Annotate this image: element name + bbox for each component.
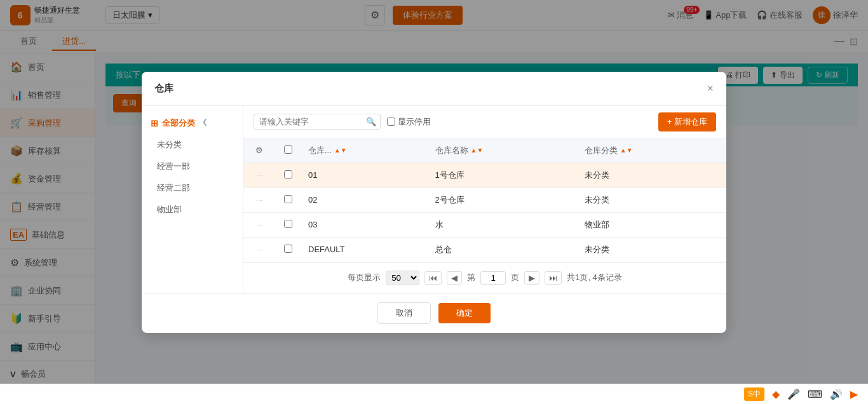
modal-overlay: 仓库 × ⊞ 全部分类 《 未分类 经营一部 经营二部 物业部 bbox=[0, 0, 868, 404]
row-checkbox-cell bbox=[275, 212, 301, 237]
row-name: 1号仓库 bbox=[428, 163, 577, 187]
row-category: 未分类 bbox=[577, 163, 726, 187]
bottom-diamond-icon[interactable]: ◆ bbox=[772, 388, 780, 400]
category-item-ops2[interactable]: 经营二部 bbox=[142, 177, 243, 199]
row-checkbox[interactable] bbox=[284, 170, 292, 178]
sort-name-icon: ▲▼ bbox=[471, 147, 484, 154]
pagination: 每页显示 50 100 ⏮ ◀ 第 页 ▶ ⏭ 共1页, 4条记录 bbox=[243, 262, 726, 293]
bottom-keyboard-icon[interactable]: ⌨ bbox=[808, 388, 822, 400]
page-prev-button[interactable]: ◀ bbox=[447, 271, 462, 285]
row-category: 未分类 bbox=[577, 237, 726, 262]
row-code: 01 bbox=[301, 163, 428, 187]
dialog-category-sidebar: ⊞ 全部分类 《 未分类 经营一部 经营二部 物业部 bbox=[142, 106, 243, 293]
category-item-property[interactable]: 物业部 bbox=[142, 199, 243, 220]
page-number-input[interactable] bbox=[480, 271, 506, 285]
row-actions[interactable]: ··· bbox=[243, 187, 275, 212]
search-input[interactable] bbox=[259, 117, 366, 126]
row-category: 未分类 bbox=[577, 187, 726, 212]
row-code: 02 bbox=[301, 187, 428, 212]
total-records: 共1页, 4条记录 bbox=[567, 272, 622, 283]
search-icon[interactable]: 🔍 bbox=[366, 117, 376, 126]
add-warehouse-button[interactable]: + 新增仓库 bbox=[658, 112, 716, 131]
cancel-button[interactable]: 取消 bbox=[377, 302, 431, 324]
search-box: 🔍 bbox=[254, 114, 381, 130]
collapse-icon[interactable]: 《 bbox=[199, 118, 207, 128]
page-first-button[interactable]: ⏮ bbox=[424, 271, 442, 285]
row-actions[interactable]: ··· bbox=[243, 163, 275, 187]
grid-icon: ⊞ bbox=[151, 118, 158, 128]
dialog-main: 🔍 显示停用 + 新增仓库 ⚙ bbox=[243, 106, 726, 293]
page-label: 第 bbox=[467, 272, 475, 283]
row-checkbox-cell bbox=[275, 163, 301, 187]
table-row[interactable]: ··· 01 1号仓库 未分类 bbox=[243, 163, 726, 187]
select-all-checkbox[interactable] bbox=[284, 145, 292, 154]
row-actions[interactable]: ··· bbox=[243, 212, 275, 237]
bottom-mic-icon[interactable]: 🎤 bbox=[787, 388, 800, 400]
row-checkbox-cell bbox=[275, 187, 301, 212]
confirm-button[interactable]: 确定 bbox=[438, 303, 491, 323]
col-header-check bbox=[275, 138, 301, 163]
dialog-close-button[interactable]: × bbox=[707, 82, 714, 95]
table-row[interactable]: ··· DEFAULT 总仓 未分类 bbox=[243, 237, 726, 262]
category-all-label: 全部分类 bbox=[162, 118, 195, 129]
row-name: 总仓 bbox=[428, 237, 577, 262]
warehouse-table: ⚙ 仓库... ▲▼ 仓库名称 bbox=[243, 138, 726, 262]
row-actions[interactable]: ··· bbox=[243, 237, 275, 262]
row-checkbox[interactable] bbox=[284, 195, 292, 203]
row-category: 物业部 bbox=[577, 212, 726, 237]
category-item-ops1[interactable]: 经营一部 bbox=[142, 156, 243, 177]
row-name: 水 bbox=[428, 212, 577, 237]
row-code: 03 bbox=[301, 212, 428, 237]
dialog-title: 仓库 bbox=[154, 83, 173, 95]
per-page-select[interactable]: 50 100 bbox=[386, 271, 419, 285]
show-disabled-checkbox[interactable]: 显示停用 bbox=[387, 116, 431, 128]
table-row[interactable]: ··· 03 水 物业部 bbox=[243, 212, 726, 237]
row-name: 2号仓库 bbox=[428, 187, 577, 212]
page-label2: 页 bbox=[511, 272, 519, 283]
col-header-name[interactable]: 仓库名称 ▲▼ bbox=[428, 138, 577, 163]
row-checkbox[interactable] bbox=[284, 220, 292, 228]
row-checkbox[interactable] bbox=[284, 245, 292, 253]
col-header-category[interactable]: 仓库分类 ▲▼ bbox=[577, 138, 726, 163]
warehouse-dialog: 仓库 × ⊞ 全部分类 《 未分类 经营一部 经营二部 物业部 bbox=[142, 72, 726, 333]
bottom-arrow-icon[interactable]: ▶ bbox=[850, 388, 858, 400]
dialog-footer: 取消 确定 bbox=[142, 293, 726, 333]
sort-cat-icon: ▲▼ bbox=[620, 147, 633, 154]
dialog-body: ⊞ 全部分类 《 未分类 经营一部 经营二部 物业部 🔍 bbox=[142, 106, 726, 293]
per-page-label: 每页显示 bbox=[348, 272, 381, 283]
category-item-unclassified[interactable]: 未分类 bbox=[142, 134, 243, 156]
row-checkbox-cell bbox=[275, 237, 301, 262]
dialog-header: 仓库 × bbox=[142, 72, 726, 106]
show-disabled-check[interactable] bbox=[387, 118, 395, 126]
page-last-button[interactable]: ⏭ bbox=[545, 271, 562, 285]
col-header-gear: ⚙ bbox=[243, 138, 275, 163]
sort-code-icon: ▲▼ bbox=[334, 147, 347, 154]
dialog-toolbar: 🔍 显示停用 + 新增仓库 bbox=[243, 106, 726, 138]
bottom-s-icon[interactable]: S中 bbox=[744, 387, 764, 401]
bottom-taskbar: S中 ◆ 🎤 ⌨ 🔊 ▶ bbox=[0, 384, 868, 404]
bottom-speaker-icon[interactable]: 🔊 bbox=[830, 388, 843, 400]
row-code: DEFAULT bbox=[301, 237, 428, 262]
table-row[interactable]: ··· 02 2号仓库 未分类 bbox=[243, 187, 726, 212]
category-header[interactable]: ⊞ 全部分类 《 bbox=[142, 112, 243, 134]
col-header-code[interactable]: 仓库... ▲▼ bbox=[301, 138, 428, 163]
page-next-button[interactable]: ▶ bbox=[524, 271, 539, 285]
